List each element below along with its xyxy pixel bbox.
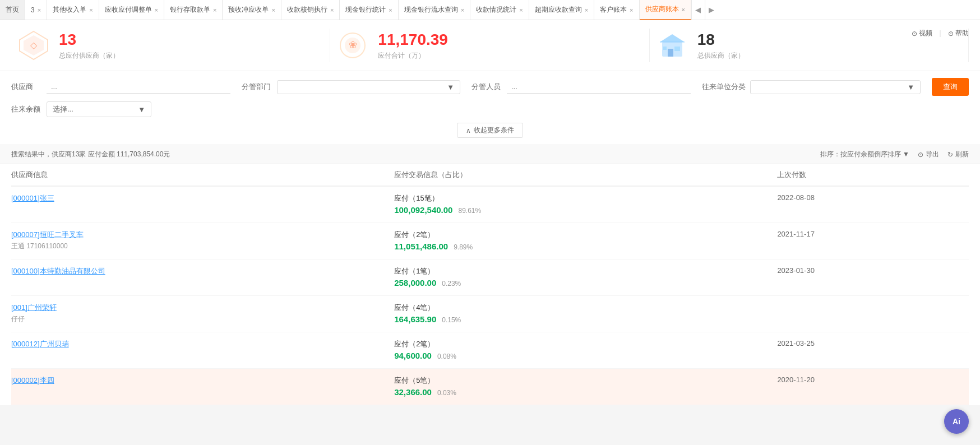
svg-rect-9	[674, 47, 680, 51]
tx-percent-2: 9.89%	[454, 243, 473, 251]
help-icon: ⊙	[948, 30, 954, 38]
dept-dropdown-arrow: ▼	[447, 83, 454, 91]
sort-selector[interactable]: 排序：按应付余额倒序排序 ▼	[820, 150, 909, 159]
stat-icon-shop	[655, 29, 689, 62]
tx-label-2: 应付（2笔）	[394, 230, 777, 240]
balance-dropdown-arrow: ▼	[138, 105, 145, 114]
supplier-name-2: 恒旺二手叉车	[40, 230, 84, 239]
svg-marker-7	[660, 34, 685, 42]
dept-dropdown[interactable]: ▼	[277, 80, 461, 94]
supplier-link-5[interactable]: [000012]广州贝瑞	[11, 340, 69, 348]
category-dropdown[interactable]: ▼	[750, 80, 921, 94]
col-header-transaction: 应付交易信息（占比）	[394, 170, 777, 180]
transaction-info-2: 应付（2笔） 11,051,486.00 9.89%	[394, 230, 777, 252]
video-link[interactable]: 视频	[919, 29, 932, 38]
tx-label-3: 应付（1笔）	[394, 266, 777, 276]
top-navigation: 首页 3 × 其他收入单 × 应收应付调整单 × 银行存取款单 × 预收冲应收单…	[0, 0, 980, 20]
nav-tab-cash-bank-flow-close[interactable]: ×	[461, 7, 464, 13]
nav-tab-customer-account-close[interactable]: ×	[630, 7, 633, 13]
nav-tab-other-income-close[interactable]: ×	[89, 7, 93, 13]
supplier-sub-4: 仔仔	[11, 314, 394, 324]
tx-amount-3: 258,000.00	[394, 278, 436, 288]
nav-tab-collection-verify-label: 收款核销执行	[287, 5, 327, 15]
table-row: [001]广州荣轩 仔仔 应付（4笔） 164,635.90 0.15%	[11, 296, 969, 332]
nav-tab-ap-adjust-close[interactable]: ×	[155, 7, 158, 13]
supplier-info-3: [000100]本特勤油品有限公司	[11, 266, 394, 276]
nav-arrow-left[interactable]: ◀	[691, 0, 705, 20]
nav-tab-supplier-account[interactable]: 供应商账本 ×	[640, 0, 691, 20]
stat-item-payable-total: ❀ 11,170.39 应付合计（万）	[330, 29, 649, 62]
supplier-link-1[interactable]: [000001]张三	[11, 194, 54, 202]
supplier-code-1: [000001]	[11, 194, 40, 202]
last-pay-3: 2023-01-30	[777, 266, 969, 275]
nav-tab-cash-bank-flow-label: 现金银行流水查询	[404, 5, 458, 15]
nav-tab-collection-verify[interactable]: 收款核销执行 ×	[281, 0, 340, 20]
nav-tab-bank-deposit[interactable]: 银行存取款单 ×	[164, 0, 223, 20]
last-pay-1: 2022-08-08	[777, 193, 969, 202]
refresh-button[interactable]: ↻ 刷新	[947, 150, 969, 159]
person-input[interactable]	[507, 80, 691, 94]
supplier-link-3[interactable]: [000100]本特勤油品有限公司	[11, 267, 105, 275]
nav-arrow-right[interactable]: ▶	[705, 0, 718, 20]
nav-tab-collection-stat-label: 收款情况统计	[476, 5, 516, 15]
last-pay-5: 2021-03-25	[777, 339, 969, 347]
svg-text:◇: ◇	[30, 40, 38, 50]
nav-tab-overdue-close[interactable]: ×	[585, 7, 588, 13]
tx-label-1: 应付（15笔）	[394, 193, 777, 203]
help-link[interactable]: 帮助	[955, 29, 969, 38]
supplier-link-2[interactable]: [000007]恒旺二手叉车	[11, 230, 84, 239]
result-summary: 搜索结果中，供应商13家 应付金额 111,703,854.00元	[11, 150, 170, 159]
balance-dropdown[interactable]: 选择... ▼	[47, 101, 151, 117]
supplier-name-4: 广州荣轩	[27, 303, 57, 312]
nav-tab-collection-stat[interactable]: 收款情况统计 ×	[470, 0, 529, 20]
nav-tab-bank-deposit-close[interactable]: ×	[213, 7, 216, 13]
nav-tab-home[interactable]: 首页	[0, 0, 25, 20]
sort-label: 排序：按应付余额倒序排序	[820, 150, 901, 158]
nav-tab-cash-bank-stat[interactable]: 现金银行统计 ×	[340, 0, 398, 20]
table-row: [000001]张三 应付（15笔） 100,092,540.00 89.61%…	[11, 187, 969, 223]
supplier-info-5: [000012]广州贝瑞	[11, 339, 394, 349]
nav-tab-collection-verify-close[interactable]: ×	[330, 7, 334, 13]
stat-icon-diamond: ◇	[17, 29, 50, 62]
collapse-button[interactable]: ∧ 收起更多条件	[457, 123, 523, 138]
tx-amount-4: 164,635.90	[394, 314, 436, 324]
tx-amount-2: 11,051,486.00	[394, 242, 448, 251]
supplier-info-4: [001]广州荣轩 仔仔	[11, 303, 394, 324]
supplier-input[interactable]	[47, 80, 230, 94]
supplier-label: 供应商	[11, 82, 42, 92]
stat-label-payable-suppliers: 总应付供应商（家）	[59, 51, 119, 61]
nav-tab-3-close[interactable]: ×	[38, 7, 41, 13]
tx-amount-5: 94,600.00	[394, 351, 432, 360]
supplier-info-2: [000007]恒旺二手叉车 王通 17106110000	[11, 230, 394, 251]
nav-tab-ap-adjust[interactable]: 应收应付调整单 ×	[99, 0, 164, 20]
collapse-icon: ∧	[466, 127, 471, 135]
nav-tab-collection-stat-close[interactable]: ×	[519, 7, 523, 13]
person-label: 分管人员	[471, 82, 502, 92]
nav-tab-prepay[interactable]: 预收冲应收单 ×	[223, 0, 281, 20]
tx-percent-5: 0.08%	[437, 353, 456, 360]
nav-tab-other-income[interactable]: 其他收入单 ×	[47, 0, 99, 20]
stat-item-suppliers-payable: ◇ 13 总应付供应商（家）	[11, 29, 330, 62]
sort-arrow-icon: ▼	[903, 150, 909, 158]
nav-tab-customer-account[interactable]: 客户账本 ×	[594, 0, 639, 20]
tx-amount-6: 32,366.00	[394, 387, 432, 397]
supplier-name-6: 李四	[40, 376, 54, 384]
stat-number-payable-suppliers: 13	[59, 30, 119, 49]
supplier-info-1: [000001]张三	[11, 193, 394, 203]
nav-tab-cash-bank-flow[interactable]: 现金银行流水查询 ×	[399, 0, 470, 20]
nav-tab-cash-bank-stat-close[interactable]: ×	[389, 7, 392, 13]
nav-tab-prepay-close[interactable]: ×	[271, 7, 275, 13]
nav-tab-supplier-account-close[interactable]: ×	[682, 6, 685, 13]
nav-tab-3[interactable]: 3 ×	[25, 0, 47, 20]
nav-tab-overdue[interactable]: 超期应收款查询 ×	[529, 0, 594, 20]
supplier-link-6[interactable]: [000002]李四	[11, 376, 54, 384]
supplier-code-6: [000002]	[11, 376, 40, 384]
tx-percent-1: 89.61%	[458, 207, 481, 215]
supplier-link-4[interactable]: [001]广州荣轩	[11, 303, 57, 312]
export-button[interactable]: ⊙ 导出	[918, 150, 939, 159]
table-row: [000002]李四 应付（5笔） 32,366.00 0.03% 2020-1…	[11, 369, 969, 405]
supplier-sub-2: 王通 17106110000	[11, 242, 394, 251]
refresh-label: 刷新	[955, 150, 969, 159]
table-row: [000012]广州贝瑞 应付（2笔） 94,600.00 0.08% 2021…	[11, 332, 969, 369]
query-button[interactable]: 查询	[932, 78, 969, 96]
